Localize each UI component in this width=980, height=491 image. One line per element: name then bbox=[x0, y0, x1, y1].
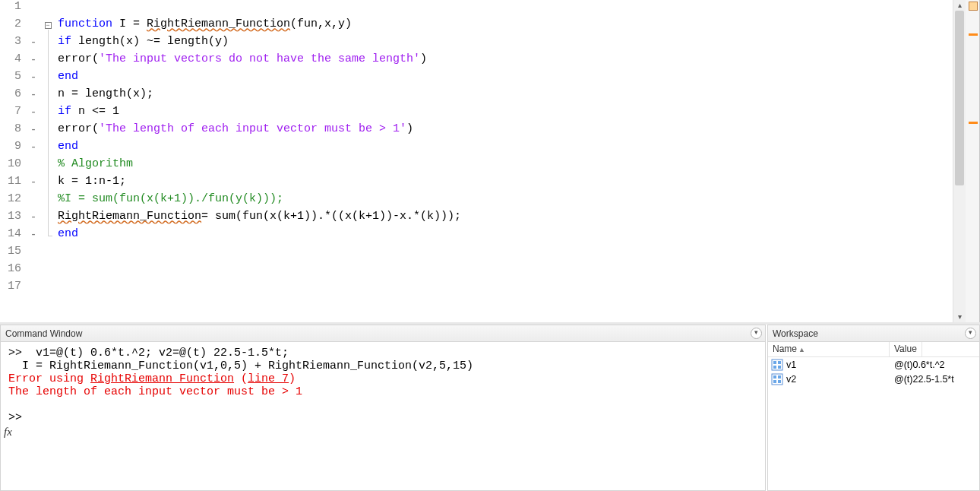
fold-gutter[interactable] bbox=[41, 280, 55, 297]
fold-gutter[interactable] bbox=[41, 227, 55, 245]
code-text[interactable]: RightRiemann_Function= sum(fun(x(k+1)).*… bbox=[55, 210, 940, 227]
code-line[interactable]: 2−function I = RightRiemann_Function(fun… bbox=[0, 17, 940, 35]
command-window-body[interactable]: >> v1=@(t) 0.6*t.^2; v2=@(t) 22.5-1.5*t;… bbox=[1, 342, 765, 429]
code-text[interactable]: if length(x) ~= length(y) bbox=[55, 35, 940, 52]
fold-gutter[interactable]: − bbox=[41, 17, 55, 35]
workspace-col-value[interactable]: Value bbox=[890, 342, 922, 356]
fold-gutter[interactable] bbox=[41, 70, 55, 87]
pane-menu-icon[interactable]: ▾ bbox=[751, 328, 762, 339]
line-number[interactable]: 15 bbox=[0, 245, 26, 262]
code-line[interactable]: 16 bbox=[0, 262, 940, 280]
fold-gutter[interactable] bbox=[41, 140, 55, 157]
code-line[interactable]: 15 bbox=[0, 245, 940, 262]
analyzer-warning-mark[interactable] bbox=[969, 122, 978, 124]
breakpoint-gutter[interactable]: - bbox=[26, 140, 41, 157]
line-number[interactable]: 6 bbox=[0, 87, 26, 105]
fold-gutter[interactable] bbox=[41, 157, 55, 175]
code-line[interactable]: 11-k = 1:n-1; bbox=[0, 175, 940, 192]
code-text[interactable]: k = 1:n-1; bbox=[55, 175, 940, 192]
breakpoint-gutter[interactable]: - bbox=[26, 210, 41, 227]
code-line[interactable]: 5-end bbox=[0, 70, 940, 87]
error-link-function[interactable]: RightRiemann_Function bbox=[90, 372, 234, 385]
code-line[interactable]: 8-error('The length of each input vector… bbox=[0, 122, 940, 140]
breakpoint-gutter[interactable] bbox=[26, 157, 41, 175]
breakpoint-gutter[interactable]: - bbox=[26, 175, 41, 192]
line-number[interactable]: 16 bbox=[0, 262, 26, 280]
fold-gutter[interactable] bbox=[41, 192, 55, 210]
breakpoint-gutter[interactable] bbox=[26, 17, 41, 35]
code-text[interactable]: end bbox=[55, 70, 940, 87]
breakpoint-gutter[interactable] bbox=[26, 192, 41, 210]
fold-gutter[interactable] bbox=[41, 0, 55, 17]
line-number[interactable]: 1 bbox=[0, 0, 26, 17]
error-link-line[interactable]: line 7 bbox=[248, 372, 289, 385]
code-text[interactable]: n = length(x); bbox=[55, 87, 940, 105]
line-number[interactable]: 8 bbox=[0, 122, 26, 140]
code-text[interactable] bbox=[55, 280, 940, 297]
code-text[interactable]: function I = RightRiemann_Function(fun,x… bbox=[55, 17, 940, 35]
line-number[interactable]: 14 bbox=[0, 227, 26, 245]
code-line[interactable]: 6-n = length(x); bbox=[0, 87, 940, 105]
fold-gutter[interactable] bbox=[41, 210, 55, 227]
breakpoint-gutter[interactable]: - bbox=[26, 227, 41, 245]
line-number[interactable]: 3 bbox=[0, 35, 26, 52]
line-number[interactable]: 7 bbox=[0, 105, 26, 122]
code-text[interactable] bbox=[55, 0, 940, 17]
code-text[interactable] bbox=[55, 245, 940, 262]
line-number[interactable]: 13 bbox=[0, 210, 26, 227]
code-line[interactable]: 9-end bbox=[0, 140, 940, 157]
code-text[interactable]: end bbox=[55, 227, 940, 245]
line-number[interactable]: 5 bbox=[0, 70, 26, 87]
breakpoint-gutter[interactable]: - bbox=[26, 52, 41, 70]
breakpoint-gutter[interactable] bbox=[26, 280, 41, 297]
analyzer-warning-mark[interactable] bbox=[969, 33, 978, 36]
workspace-col-name[interactable]: Name▲ bbox=[768, 342, 890, 356]
code-text[interactable]: if n <= 1 bbox=[55, 105, 940, 122]
code-text[interactable]: end bbox=[55, 140, 940, 157]
code-line[interactable]: 13-RightRiemann_Function= sum(fun(x(k+1)… bbox=[0, 210, 940, 227]
fx-icon[interactable]: fx bbox=[4, 426, 12, 439]
code-analyzer-strip[interactable] bbox=[966, 0, 979, 322]
line-number[interactable]: 4 bbox=[0, 52, 26, 70]
fold-gutter[interactable] bbox=[41, 175, 55, 192]
code-line[interactable]: 3-if length(x) ~= length(y) bbox=[0, 35, 940, 52]
code-text[interactable]: error('The length of each input vector m… bbox=[55, 122, 940, 140]
fold-minus-icon[interactable]: − bbox=[45, 22, 52, 29]
analyzer-status-icon[interactable] bbox=[969, 2, 978, 11]
fold-gutter[interactable] bbox=[41, 87, 55, 105]
fold-gutter[interactable] bbox=[41, 262, 55, 280]
scroll-up-arrow[interactable]: ▴ bbox=[953, 0, 966, 11]
fold-gutter[interactable] bbox=[41, 52, 55, 70]
breakpoint-gutter[interactable]: - bbox=[26, 122, 41, 140]
code-line[interactable]: 14-end bbox=[0, 227, 940, 245]
breakpoint-gutter[interactable] bbox=[26, 0, 41, 17]
scroll-down-arrow[interactable]: ▾ bbox=[953, 312, 966, 322]
editor-vertical-scrollbar[interactable]: ▴ ▾ bbox=[953, 0, 966, 322]
breakpoint-gutter[interactable]: - bbox=[26, 87, 41, 105]
line-number[interactable]: 10 bbox=[0, 157, 26, 175]
fold-gutter[interactable] bbox=[41, 105, 55, 122]
code-line[interactable]: 10% Algorithm bbox=[0, 157, 940, 175]
scroll-thumb[interactable] bbox=[955, 11, 964, 185]
line-number[interactable]: 17 bbox=[0, 280, 26, 297]
code-text[interactable] bbox=[55, 262, 940, 280]
line-number[interactable]: 2 bbox=[0, 17, 26, 35]
editor-content[interactable]: 12−function I = RightRiemann_Function(fu… bbox=[0, 0, 940, 322]
line-number[interactable]: 11 bbox=[0, 175, 26, 192]
code-line[interactable]: 12%I = sum(fun(x(k+1))./fun(y(k))); bbox=[0, 192, 940, 210]
breakpoint-gutter[interactable]: - bbox=[26, 70, 41, 87]
workspace-variable-row[interactable]: v1@(t)0.6*t.^2 bbox=[768, 357, 979, 372]
code-text[interactable]: %I = sum(fun(x(k+1))./fun(y(k))); bbox=[55, 192, 940, 210]
code-line[interactable]: 4-error('The input vectors do not have t… bbox=[0, 52, 940, 70]
fold-gutter[interactable] bbox=[41, 35, 55, 52]
code-text[interactable]: % Algorithm bbox=[55, 157, 940, 175]
code-line[interactable]: 7-if n <= 1 bbox=[0, 105, 940, 122]
breakpoint-gutter[interactable]: - bbox=[26, 105, 41, 122]
code-text[interactable]: error('The input vectors do not have the… bbox=[55, 52, 940, 70]
fold-gutter[interactable] bbox=[41, 245, 55, 262]
line-number[interactable]: 9 bbox=[0, 140, 26, 157]
code-line[interactable]: 1 bbox=[0, 0, 940, 17]
breakpoint-gutter[interactable] bbox=[26, 245, 41, 262]
breakpoint-gutter[interactable]: - bbox=[26, 35, 41, 52]
code-line[interactable]: 17 bbox=[0, 280, 940, 297]
